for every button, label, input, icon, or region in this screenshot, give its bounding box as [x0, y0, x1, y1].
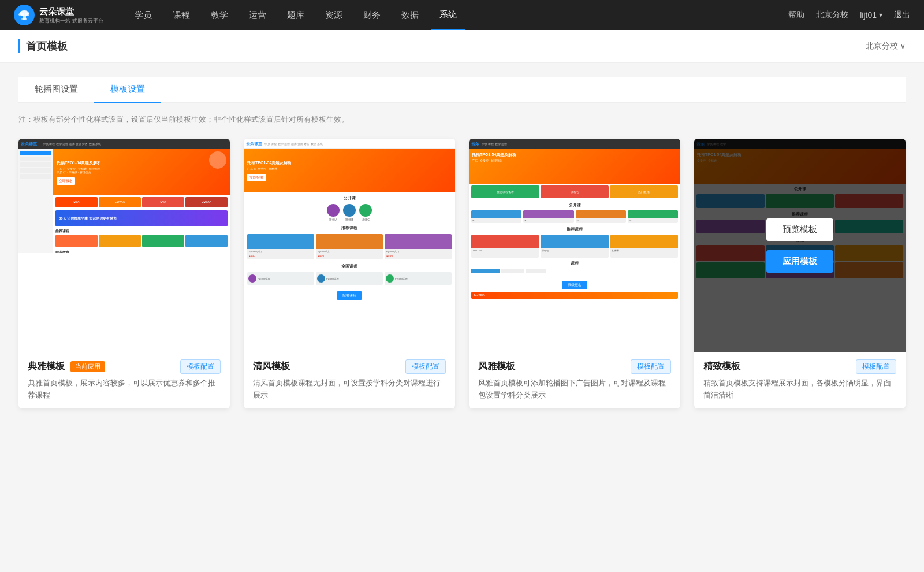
nav-item-teaching[interactable]: 教学 — [203, 0, 236, 30]
main-content: 轮播图设置 模板设置 注：模板有部分个性化样式设置，设置后仅当前模板生效；非个性… — [0, 63, 924, 572]
nav-item-students[interactable]: 学员 — [126, 0, 160, 30]
svg-rect-4 — [21, 18, 27, 20]
main-nav: 云朵课堂 教育机构一站 式服务云平台 学员 课程 教学 运营 题库 资源 财务 … — [0, 0, 924, 30]
config-button-3[interactable]: 模板配置 — [631, 359, 671, 374]
user-menu[interactable]: lijt01 — [860, 10, 882, 20]
template-footer-3: 风雅模板 模板配置 风雅首页模板可添加轮播图下广告图片，可对课程及课程包设置学科… — [469, 352, 680, 408]
preview-button-4[interactable]: 预览模板 — [766, 218, 833, 241]
logo: 云朵课堂 教育机构一站 式服务云平台 — [14, 5, 103, 25]
nav-item-questions[interactable]: 题库 — [279, 0, 312, 30]
help-link[interactable]: 帮助 — [788, 10, 804, 20]
template-desc-3: 风雅首页模板可添加轮播图下广告图片，可对课程及课程包设置学科分类展示 — [478, 377, 671, 402]
template-card-3: 云朵 学员 课程 教学 运营 托福TPO1-54真题及解析 广东 · 全受控 ·… — [469, 139, 680, 408]
template-note: 注：模板有部分个性化样式设置，设置后仅当前模板生效；非个性化样式设置后针对所有模… — [18, 114, 906, 125]
template-footer-1: 典雅模板 当前应用 模板配置 典雅首页模板，展示内容较多，可以展示优惠券和多个推… — [18, 352, 230, 408]
config-button-4[interactable]: 模板配置 — [856, 359, 896, 374]
template-desc-4: 精致首页模板支持课程展示封面，各模板分隔明显，界面简洁清晰 — [703, 377, 896, 402]
current-badge-1: 当前应用 — [70, 361, 105, 372]
svg-point-2 — [25, 13, 29, 16]
template-name-3: 风雅模板 — [478, 361, 515, 373]
template-preview-2: 云朵课堂 学员 课程 教学 运营 题库 资源 财务 数据 系统 托福TPO1-5… — [244, 139, 455, 352]
nav-item-courses[interactable]: 课程 — [165, 0, 198, 30]
template-desc-2: 清风首页模板课程无封面，可设置按学科分类对课程进行展示 — [253, 377, 446, 402]
templates-grid: 云朵课堂 学员 课程 教学 运营 题库 资源 财务 数据 系统 — [18, 139, 906, 408]
template-footer-4: 精致模板 模板配置 精致首页模板支持课程展示封面，各模板分隔明显，界面简洁清晰 — [694, 352, 906, 408]
logo-text: 云朵课堂 教育机构一站 式服务云平台 — [39, 5, 103, 25]
template-card-1: 云朵课堂 学员 课程 教学 运营 题库 资源 财务 数据 系统 — [18, 139, 230, 408]
page-header: 首页模板 北京分校 — [0, 30, 924, 63]
nav-item-finance[interactable]: 财务 — [355, 0, 389, 30]
template-desc-1: 典雅首页模板，展示内容较多，可以展示优惠券和多个推荐课程 — [28, 377, 221, 402]
nav-menu: 学员 课程 教学 运营 题库 资源 财务 数据 系统 — [126, 0, 789, 30]
config-button-1[interactable]: 模板配置 — [180, 359, 221, 374]
nav-right: 帮助 北京分校 lijt01 退出 — [788, 10, 910, 20]
template-preview-1: 云朵课堂 学员 课程 教学 运营 题库 资源 财务 数据 系统 — [18, 139, 230, 352]
template-card-2: 云朵课堂 学员 课程 教学 运营 题库 资源 财务 数据 系统 托福TPO1-5… — [244, 139, 455, 408]
logout-button[interactable]: 退出 — [894, 10, 910, 20]
tab-banner[interactable]: 轮播图设置 — [18, 77, 94, 103]
tabs-container: 轮播图设置 模板设置 — [18, 77, 906, 103]
template-preview-4: 云朵 学员 课程 教学 托福TPO1-54真题及解析 全受控 · 金精通 公开课 — [694, 139, 906, 352]
config-button-2[interactable]: 模板配置 — [405, 359, 446, 374]
nav-item-data[interactable]: 数据 — [393, 0, 427, 30]
branch-selector-header[interactable]: 北京分校 — [866, 41, 906, 51]
branch-selector[interactable]: 北京分校 — [816, 10, 848, 20]
template-footer-2: 清风模板 模板配置 清风首页模板课程无封面，可设置按学科分类对课程进行展示 — [244, 352, 455, 408]
nav-item-operations[interactable]: 运营 — [241, 0, 274, 30]
template-card-4: 云朵 学员 课程 教学 托福TPO1-54真题及解析 全受控 · 金精通 公开课 — [694, 139, 906, 408]
logo-icon — [14, 5, 35, 25]
template-preview-3: 云朵 学员 课程 教学 运营 托福TPO1-54真题及解析 广东 · 全受控 ·… — [469, 139, 680, 352]
template-overlay-4: 预览模板 应用模板 — [694, 139, 906, 352]
tab-template[interactable]: 模板设置 — [94, 77, 161, 103]
apply-button-4[interactable]: 应用模板 — [766, 250, 833, 273]
template-name-1: 典雅模板 — [28, 361, 65, 373]
template-name-4: 精致模板 — [703, 361, 740, 373]
template-name-2: 清风模板 — [253, 361, 290, 373]
nav-item-resources[interactable]: 资源 — [317, 0, 351, 30]
page-title: 首页模板 — [18, 39, 68, 53]
nav-item-system[interactable]: 系统 — [431, 0, 465, 30]
